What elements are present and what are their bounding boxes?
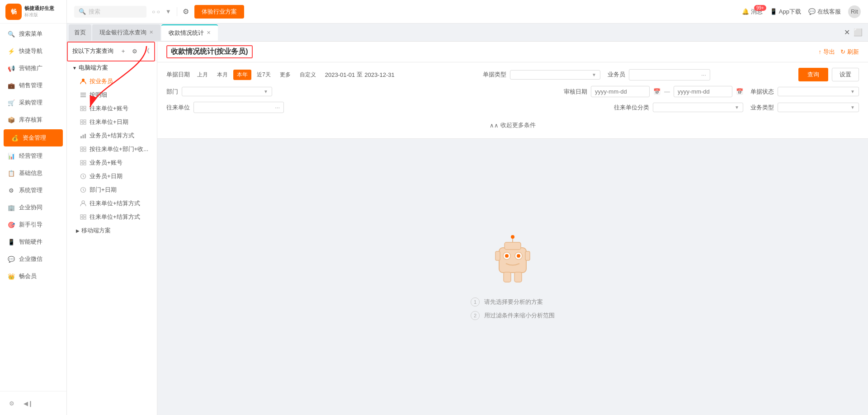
tab-collection-stats-close[interactable]: ✕ [207,30,211,36]
logo-text: 畅捷通好生意 标准版 [24,5,54,18]
scheme-item-counterpart-date[interactable]: 往来单位+日期 [67,115,157,129]
export-btn[interactable]: ↑ 导出 [819,48,835,56]
sidebar: 畅 畅捷通好生意 标准版 🔍 搜索菜单 ⚡ 快捷导航 📢 营销推广 💼 销售管理… [0,0,67,415]
tabbar-close-icon[interactable]: ✕ [844,28,850,37]
svg-point-41 [517,254,520,258]
chevron-up-icon: ∧∧ [490,122,499,129]
scheme-panel-title: 按以下方案查询 [72,47,116,55]
sidebar-item-system[interactable]: ⚙ 系统管理 [0,182,66,199]
date-btn-this-year[interactable]: 本年 [233,70,251,80]
tab-bank-flow-close[interactable]: ✕ [149,29,153,35]
operations-icon: 📊 [7,152,15,160]
filter-row-1: 单据日期 上月 本月 本年 近7天 更多 自定义 2023-01-01 至 [166,68,859,81]
page-header: 收款情况统计(按业务员) ↑ 导出 ↻ 刷新 [157,42,868,62]
filter-doc-status-select[interactable]: ▼ [778,87,859,96]
scheme-item-by-salesman[interactable]: 按业务员 [67,75,157,88]
filter-business-type-select[interactable]: ▼ [778,103,859,112]
filter-review-date-label: 审核日期 [564,88,587,96]
tab-bank-flow[interactable]: 现金银行流水查询 ✕ [92,24,160,41]
sidebar-item-sales[interactable]: 💼 销售管理 [0,77,66,94]
date-btn-last-month[interactable]: 上月 [193,70,212,80]
scheme-settings-btn[interactable]: ⚙ [130,46,140,56]
sidebar-item-guide[interactable]: 🎯 新手引导 [0,216,66,233]
online-service-btn[interactable]: 💬 在线客服 [808,8,841,16]
member-icon: 👑 [7,272,15,280]
scheme-item-salesman-date[interactable]: 业务员+日期 [67,170,157,183]
filter-salesman-item: 业务员 ··· [608,69,710,80]
mobile-group-header[interactable]: ▶ 移动端方案 [67,224,157,237]
scheme-item-dept-date[interactable]: 部门+日期 [67,183,157,197]
sidebar-item-enterprise[interactable]: 🏢 企业协同 [0,199,66,216]
desktop-group-header[interactable]: ▼ 电脑端方案 [67,61,157,75]
filter-salesman-select[interactable]: ··· [629,69,710,80]
scheme-item-salesman-account[interactable]: 业务员+账号 [67,156,157,170]
table-icon-1 [80,105,87,112]
filter-counterpart-category-item: 往来单位分类 ▼ [614,103,743,112]
tabbar-maximize-icon[interactable]: ⬜ [854,28,863,37]
filter-doc-type-select[interactable]: ▼ [510,70,600,80]
scheme-item-counterpart-account[interactable]: 往来单位+账号 [67,102,157,115]
date-btn-7days[interactable]: 近7天 [253,70,274,80]
filter-counterpart-category-select[interactable]: ▼ [653,103,743,112]
salesman-dots-icon: ··· [701,71,706,78]
svg-rect-44 [504,272,511,282]
date-btn-this-month[interactable]: 本月 [213,70,231,80]
sidebar-item-purchase[interactable]: 🛒 采购管理 [0,94,66,111]
sidebar-item-search[interactable]: 🔍 搜索菜单 [0,25,66,42]
query-btn[interactable]: 查询 [798,68,828,81]
calendar-icon-2[interactable]: 📅 [736,88,743,95]
filter-review-date-to[interactable] [674,86,732,97]
sidebar-item-basic-info[interactable]: 📋 基础信息 [0,165,66,182]
filter-counterpart-label: 往来单位 [166,104,190,112]
sidebar-item-wechat[interactable]: 💬 企业微信 [0,250,66,268]
settings-btn[interactable]: 设置 [832,68,859,81]
sidebar-item-operations[interactable]: 📊 经营管理 [0,147,66,165]
sidebar-item-marketing[interactable]: 📢 营销推广 [0,60,66,77]
sidebar-item-finance[interactable]: 💰 资金管理 [4,129,63,146]
date-btn-custom[interactable]: 自定义 [296,70,320,80]
scheme-add-btn[interactable]: ＋ [118,46,128,56]
scheme-item-counterpart-settle1[interactable]: 往来单位+结算方式 [67,197,157,210]
filter-review-date-from[interactable] [591,86,650,97]
svg-rect-12 [80,136,82,138]
basic-info-icon: 📋 [7,169,15,177]
sidebar-item-inventory[interactable]: 📦 库存核算 [0,111,66,128]
trial-btn[interactable]: 体验行业方案 [194,5,244,19]
topbar-settings-icon[interactable]: ⚙ [183,7,189,16]
tab-home[interactable]: 首页 [69,24,91,41]
search-icon: 🔍 [7,30,15,38]
filter-row-2: 部门 ▼ 审核日期 📅 — 📅 [166,86,859,97]
scheme-collapse-btn[interactable]: 《 [142,46,151,56]
svg-rect-18 [84,150,86,151]
scheme-panel-wrapper: 按以下方案查询 ＋ ⚙ 《 ▼ 电脑端方案 [67,42,157,415]
purchase-icon: 🛒 [7,99,15,107]
notification-btn[interactable]: 🔔 消息 99+ [742,8,763,16]
sidebar-item-member[interactable]: 👑 畅会员 [0,268,66,285]
tab-collection-stats[interactable]: 收款情况统计 ✕ [161,24,218,41]
filter-doc-type-label: 单据类型 [483,71,506,79]
topbar-search[interactable]: 🔍 搜索 [74,6,146,18]
filter-counterpart-select[interactable]: ··· [193,102,284,113]
scheme-item-counterpart-dept-collect[interactable]: 按往来单位+部门+收... [67,142,157,156]
svg-rect-5 [84,106,86,108]
refresh-btn[interactable]: ↻ 刷新 [840,48,859,56]
sidebar-item-hardware[interactable]: 📱 智能硬件 [0,233,66,250]
sidebar-item-quick-nav[interactable]: ⚡ 快捷导航 [0,42,66,60]
collapse-btn[interactable]: ∧∧ 收起更多条件 [166,118,859,133]
app-download-btn[interactable]: 📱 App下载 [770,8,801,16]
scheme-item-salesman-settle[interactable]: 业务员+结算方式 [67,129,157,142]
svg-point-40 [505,254,509,258]
filter-business-type-item: 业务类型 ▼ [750,103,859,112]
date-btn-more[interactable]: 更多 [276,70,294,80]
user-avatar[interactable]: Rit [848,5,861,18]
filter-dept-select[interactable]: ▼ [182,87,272,96]
footer-settings-btn[interactable]: ⚙ [5,397,18,410]
filter-business-type-label: 业务类型 [750,104,774,112]
scheme-item-by-details[interactable]: 按明细 [67,88,157,102]
filter-counterpart-item: 往来单位 ··· [166,102,284,113]
topbar-chevron[interactable]: ▼ [165,8,171,15]
calendar-icon-1[interactable]: 📅 [653,88,660,95]
footer-collapse-btn[interactable]: ◀❙ [22,397,34,410]
svg-rect-16 [84,147,86,149]
scheme-item-counterpart-settle2[interactable]: 往来单位+结算方式 [67,210,157,224]
